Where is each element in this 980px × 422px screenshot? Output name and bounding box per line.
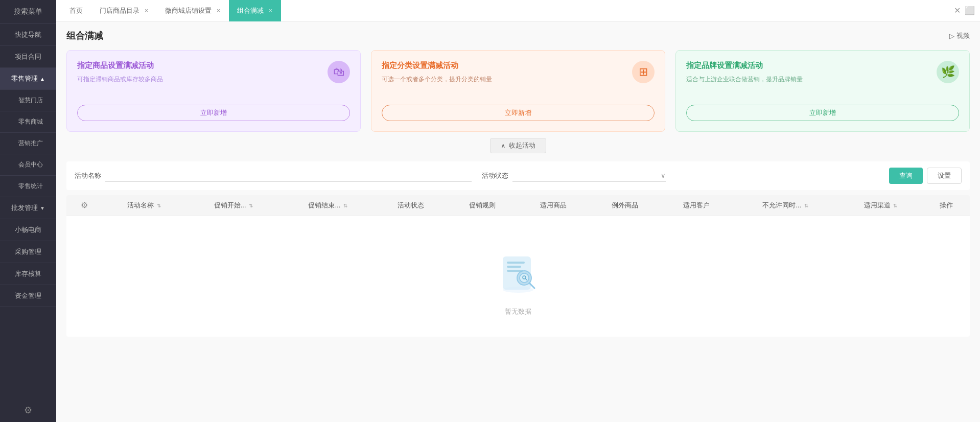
tab-wechat-store-label: 微商城店铺设置: [165, 0, 212, 21]
brand-promo-card: 🌿 指定品牌设置满减活动 适合与上游企业联合做营销，提升品牌销量 立即新增: [675, 50, 970, 132]
sidebar-item-label: 采购管理: [15, 247, 41, 256]
sort-icon[interactable]: ⇅: [249, 203, 253, 208]
sidebar-item-label: 资金管理: [15, 291, 41, 300]
sidebar: 搜索菜单 快捷导航 项目合同 零售管理 ▲ 智慧门店 零售商城 营销推广 会员中…: [0, 0, 56, 422]
empty-illustration: [493, 246, 544, 297]
tab-combo-discount-close[interactable]: ×: [269, 0, 272, 21]
filter-name-item: 活动名称: [75, 170, 472, 182]
sidebar-item-retail-stats[interactable]: 零售统计: [0, 176, 56, 197]
col-no-overlap: 不允许同时... ⇅: [732, 195, 839, 216]
sidebar-item-label: 零售商城: [18, 118, 43, 126]
tab-wechat-store-close[interactable]: ×: [217, 0, 220, 21]
tab-home-label: 首页: [69, 0, 83, 21]
gear-icon[interactable]: ⚙: [81, 201, 88, 209]
tab-store-catalog-label: 门店商品目录: [100, 0, 139, 21]
tab-home[interactable]: 首页: [61, 0, 91, 21]
window-close-button[interactable]: ✕: [954, 6, 961, 15]
tab-store-catalog-close[interactable]: ×: [145, 0, 148, 21]
category-card-desc: 可选一个或者多个分类，提升分类的销量: [382, 75, 655, 84]
svg-point-6: [520, 273, 529, 283]
brand-card-title: 指定品牌设置满减活动: [686, 61, 959, 71]
sort-icon[interactable]: ⇅: [343, 203, 347, 208]
sidebar-item-retail-mall[interactable]: 零售商城: [0, 111, 56, 133]
collapse-bar: ∧ 收起活动: [66, 138, 970, 153]
brand-card-add-button[interactable]: 立即新增: [686, 105, 959, 121]
filter-row: 活动名称 活动状态 ∨ 查询 设置: [66, 161, 970, 190]
sidebar-item-label: 小畅电商: [15, 225, 41, 235]
col-start: 促销开始... ⇅: [186, 195, 281, 216]
brand-card-desc: 适合与上游企业联合做营销，提升品牌销量: [686, 75, 959, 84]
query-button[interactable]: 查询: [889, 168, 923, 184]
col-start-label: 促销开始...: [214, 201, 246, 209]
col-name: 活动名称 ⇅: [102, 195, 186, 216]
video-link-label: 视频: [956, 31, 970, 40]
filter-buttons: 查询 设置: [889, 168, 962, 184]
sort-icon[interactable]: ⇅: [893, 203, 897, 208]
chevron-down-icon: ▼: [40, 205, 45, 211]
col-action: 操作: [923, 195, 970, 216]
sidebar-item-finance-mgmt[interactable]: 资金管理: [0, 285, 56, 307]
window-maximize-button[interactable]: ⬜: [965, 6, 975, 15]
sidebar-item-marketing[interactable]: 营销推广: [0, 133, 56, 154]
sidebar-item-label: 零售统计: [18, 182, 43, 191]
sidebar-item-label: 会员中心: [18, 160, 43, 169]
col-status: 活动状态: [375, 195, 447, 216]
sidebar-item-label: 批发管理: [11, 203, 38, 213]
sidebar-item-member-center[interactable]: 会员中心: [0, 154, 56, 176]
chevron-up-icon: ∧: [501, 142, 506, 150]
video-link[interactable]: ▷ 视频: [949, 31, 970, 40]
sidebar-item-project-contract[interactable]: 项目合同: [0, 46, 56, 68]
empty-text: 暂无数据: [66, 307, 970, 316]
sort-icon[interactable]: ⇅: [157, 203, 161, 208]
tab-combo-discount-label: 组合满减: [237, 0, 264, 21]
tab-combo-discount[interactable]: 组合满减 ×: [229, 0, 281, 21]
product-card-add-button[interactable]: 立即新增: [77, 105, 350, 121]
sidebar-settings-button[interactable]: ⚙: [0, 398, 56, 422]
window-controls: ✕ ⬜: [954, 6, 975, 15]
col-settings[interactable]: ⚙: [66, 195, 102, 216]
sidebar-item-inventory[interactable]: 库存核算: [0, 263, 56, 285]
page-header: 组合满减 ▷ 视频: [66, 30, 970, 42]
table-header-row: ⚙ 活动名称 ⇅ 促销开始... ⇅ 促销结束... ⇅: [66, 195, 970, 216]
col-goods: 适用商品: [518, 195, 589, 216]
col-end: 促销结束... ⇅: [281, 195, 375, 216]
sidebar-item-quick-nav[interactable]: 快捷导航: [0, 24, 56, 46]
filter-status-select[interactable]: ∨: [512, 170, 666, 182]
sidebar-item-label: 项目合同: [15, 52, 41, 61]
grid-icon: ⊞: [632, 61, 655, 83]
category-card-add-button[interactable]: 立即新增: [382, 105, 655, 121]
collapse-btn-label: 收起活动: [509, 141, 535, 150]
page-title: 组合满减: [66, 30, 103, 42]
sidebar-item-label: 零售管理: [11, 74, 38, 83]
sidebar-item-wholesale-mgmt[interactable]: 批发管理 ▼: [0, 197, 56, 219]
tab-store-catalog[interactable]: 门店商品目录 ×: [91, 0, 157, 21]
chevron-up-icon: ▲: [40, 76, 45, 82]
filter-status-label: 活动状态: [482, 171, 508, 180]
promo-cards-row: 🛍 指定商品设置满减活动 可指定滞销商品或库存较多商品 立即新增 ⊞ 指定分类设…: [66, 50, 970, 132]
shopping-bag-icon: 🛍: [328, 61, 350, 83]
collapse-activities-button[interactable]: ∧ 收起活动: [490, 138, 546, 153]
sidebar-item-smart-store[interactable]: 智慧门店: [0, 90, 56, 111]
col-no-overlap-label: 不允许同时...: [762, 201, 801, 209]
data-table-wrap: ⚙ 活动名称 ⇅ 促销开始... ⇅ 促销结束... ⇅: [66, 195, 970, 337]
sidebar-item-label: 营销推广: [18, 139, 43, 148]
svg-rect-2: [507, 262, 525, 264]
play-circle-icon: ▷: [949, 32, 954, 40]
category-card-title: 指定分类设置满减活动: [382, 61, 655, 71]
col-customer: 适用客户: [661, 195, 732, 216]
data-table: ⚙ 活动名称 ⇅ 促销开始... ⇅ 促销结束... ⇅: [66, 195, 970, 216]
sort-icon[interactable]: ⇅: [804, 203, 808, 208]
filter-name-input[interactable]: [105, 170, 472, 182]
category-promo-card: ⊞ 指定分类设置满减活动 可选一个或者多个分类，提升分类的销量 立即新增: [371, 50, 665, 132]
setting-button[interactable]: 设置: [927, 168, 962, 184]
tab-wechat-store[interactable]: 微商城店铺设置 ×: [157, 0, 229, 21]
sidebar-item-purchase-mgmt[interactable]: 采购管理: [0, 241, 56, 263]
sidebar-item-xiaochang-ecom[interactable]: 小畅电商: [0, 219, 56, 241]
product-card-title: 指定商品设置满减活动: [77, 61, 350, 71]
table-header: ⚙ 活动名称 ⇅ 促销开始... ⇅ 促销结束... ⇅: [66, 195, 970, 216]
col-exception: 例外商品: [589, 195, 661, 216]
sidebar-search[interactable]: 搜索菜单: [0, 0, 56, 24]
sidebar-item-retail-mgmt[interactable]: 零售管理 ▲: [0, 68, 56, 90]
sidebar-item-label: 快捷导航: [15, 30, 41, 39]
tabs-bar: 首页 门店商品目录 × 微商城店铺设置 × 组合满减 × ✕ ⬜: [56, 0, 980, 21]
